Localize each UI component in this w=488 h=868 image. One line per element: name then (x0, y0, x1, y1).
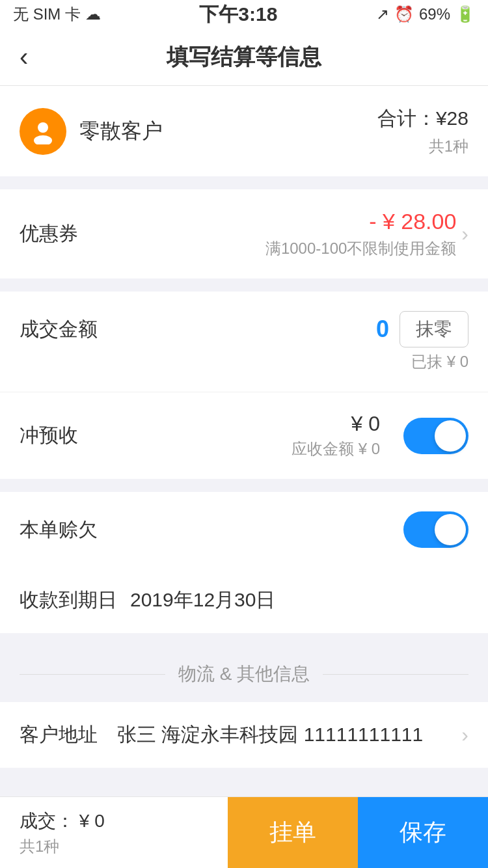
prepay-right-group: ¥ 0 应收金额 ¥ 0 (291, 412, 468, 459)
prepay-info: ¥ 0 应收金额 ¥ 0 (291, 412, 380, 459)
coupon-info: - ¥ 28.00 满1000-100不限制使用金额 (265, 209, 456, 259)
credit-row: 本单赊欠 (0, 492, 488, 567)
coupon-label: 优惠券 (20, 221, 78, 247)
due-date-row: 收款到期日 2019年12月30日 (0, 567, 488, 633)
deal-amount-label: 成交金额 (20, 316, 98, 343)
prepay-label: 冲预收 (20, 422, 78, 449)
deal-top: 成交金额 0 抹零 (20, 311, 468, 347)
prepay-amount: ¥ 0 (291, 412, 380, 436)
prepay-toggle[interactable] (403, 418, 468, 454)
prepay-row: 冲预收 ¥ 0 应收金额 ¥ 0 (0, 392, 488, 479)
logistics-title: 物流 & 其他信息 (178, 664, 310, 684)
bottom-bar: 成交： ¥ 0 共1种 挂单 保存 (0, 796, 488, 868)
status-time: 下午3:18 (199, 1, 277, 28)
coupon-section: 优惠券 - ¥ 28.00 满1000-100不限制使用金额 › (0, 189, 488, 278)
deal-amount-row: 成交金额 0 抹零 已抹 ¥ 0 (0, 292, 488, 392)
logistics-header: 物流 & 其他信息 (0, 646, 488, 702)
transaction-section: 成交金额 0 抹零 已抹 ¥ 0 冲预收 ¥ 0 应收金额 ¥ 0 (0, 292, 488, 479)
bottom-deal-amount: ¥ 0 (79, 811, 105, 831)
bottom-info: 成交： ¥ 0 共1种 (0, 809, 228, 857)
customer-name: 零散客户 (79, 117, 163, 146)
content: 零散客户 合计：¥28 共1种 优惠券 - ¥ 28.00 满1000-100不… (0, 86, 488, 846)
credit-section: 本单赊欠 收款到期日 2019年12月30日 (0, 492, 488, 633)
status-bar: 无 SIM 卡 ☁ 下午3:18 ↗ ⏰ 69% 🔋 (0, 0, 488, 29)
chevron-right-icon: › (461, 222, 468, 246)
page-title: 填写结算等信息 (167, 42, 321, 72)
credit-toggle-knob (435, 514, 466, 545)
status-left: 无 SIM 卡 ☁ (13, 4, 101, 25)
customer-total: 合计：¥28 (377, 105, 468, 132)
due-date-label: 收款到期日 (20, 587, 117, 614)
bottom-count: 共1种 (20, 836, 208, 857)
battery-icon: 🔋 (455, 5, 475, 23)
address-chevron-icon: › (461, 723, 468, 747)
deal-amount-value: 0 (376, 316, 389, 343)
status-right: ↗ ⏰ 69% 🔋 (376, 5, 475, 23)
nav-bar: ‹ 填写结算等信息 (0, 29, 488, 86)
credit-toggle[interactable] (403, 511, 468, 548)
address-label: 客户地址 (20, 722, 98, 748)
due-date-value: 2019年12月30日 (130, 587, 275, 614)
person-icon (30, 118, 56, 144)
prepay-desc: 应收金额 ¥ 0 (291, 439, 380, 459)
address-value: 张三 海淀永丰科技园 11111111111 (117, 722, 456, 748)
customer-count: 共1种 (377, 136, 468, 157)
avatar (20, 108, 66, 155)
back-button[interactable]: ‹ (20, 42, 28, 72)
deal-amount-right: 0 抹零 (376, 311, 468, 347)
battery-text: 69% (419, 5, 450, 23)
round-button[interactable]: 抹零 (400, 311, 468, 347)
coupon-desc: 满1000-100不限制使用金额 (265, 238, 456, 259)
customer-left: 零散客户 (20, 108, 163, 155)
svg-point-1 (34, 135, 52, 144)
coupon-row[interactable]: 优惠券 - ¥ 28.00 满1000-100不限制使用金额 › (0, 189, 488, 278)
credit-label: 本单赊欠 (20, 517, 98, 543)
bottom-deal: 成交： ¥ 0 (20, 809, 208, 834)
coupon-amount: - ¥ 28.00 (265, 209, 456, 234)
pending-button[interactable]: 挂单 (228, 797, 358, 869)
bottom-deal-label: 成交： (20, 811, 74, 831)
address-row[interactable]: 客户地址 张三 海淀永丰科技园 11111111111 › (0, 702, 488, 768)
save-button[interactable]: 保存 (358, 797, 488, 869)
customer-right: 合计：¥28 共1种 (377, 105, 468, 157)
coupon-right: - ¥ 28.00 满1000-100不限制使用金额 › (265, 209, 468, 259)
sim-status: 无 SIM 卡 ☁ (13, 4, 101, 25)
toggle-knob (435, 420, 466, 452)
location-icon: ↗ (376, 5, 389, 23)
svg-point-0 (38, 122, 48, 133)
logistics-text-wrap: 物流 & 其他信息 (165, 662, 323, 686)
deal-bottom-text: 已抹 ¥ 0 (20, 351, 468, 372)
customer-row: 零散客户 合计：¥28 共1种 (0, 86, 488, 176)
alarm-icon: ⏰ (394, 5, 414, 23)
